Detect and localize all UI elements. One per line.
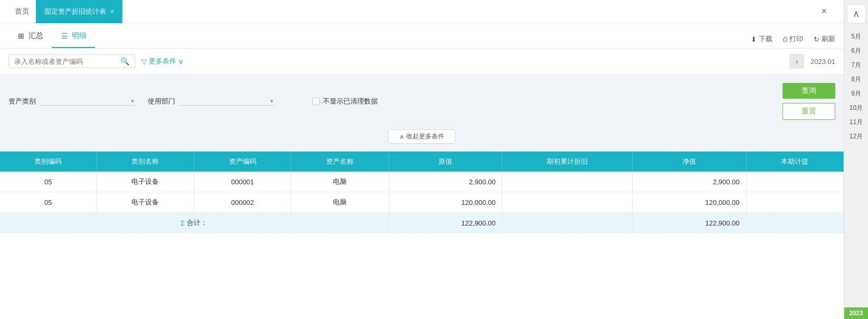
filter-row: 资产类别 ▼ 使用部门 ▼ 不显示已清理数据 查询 重置 bbox=[8, 83, 835, 120]
search-bar: 🔍 ▽ 更多条件 ∨ › 2023.01 bbox=[0, 49, 844, 74]
search-input-wrap[interactable]: 🔍 bbox=[8, 54, 135, 68]
download-icon: ⬇ bbox=[751, 35, 757, 43]
print-icon: ⎙ bbox=[783, 35, 787, 43]
download-btn[interactable]: ⬇ 下载 bbox=[751, 34, 772, 44]
nav-home[interactable]: 首页 bbox=[8, 0, 36, 23]
department-arrow: ▼ bbox=[269, 98, 274, 104]
expand-arrow-btn[interactable]: › bbox=[789, 54, 804, 69]
more-conditions-btn[interactable]: ▽ 更多条件 ∨ bbox=[141, 57, 184, 66]
collapse-label: 收起更多条件 bbox=[406, 132, 444, 141]
sidebar-month-item[interactable]: 9月 bbox=[844, 87, 868, 101]
asset-category-label: 资产类别 bbox=[8, 97, 36, 106]
table-cell: 000001 bbox=[194, 172, 291, 192]
col-category-code: 类别编码 bbox=[0, 152, 97, 172]
table-cell bbox=[746, 192, 843, 213]
more-conditions-label: 更多条件 bbox=[149, 57, 176, 66]
table-cell bbox=[746, 172, 843, 192]
tab-summary-label: 汇总 bbox=[28, 31, 43, 41]
refresh-label: 刷新 bbox=[822, 34, 835, 44]
tab-label: 固定资产折旧统计表 bbox=[44, 7, 106, 16]
tab-close-icon[interactable]: × bbox=[110, 8, 114, 15]
reset-button[interactable]: 重置 bbox=[783, 103, 835, 120]
date-label: 2023.01 bbox=[810, 58, 835, 65]
toolbar-right: ⬇ 下载 ⎙ 打印 ↻ 刷新 bbox=[751, 34, 835, 48]
col-net-value: 净值 bbox=[632, 152, 746, 172]
total-cell bbox=[502, 213, 633, 233]
hide-cleared-checkbox[interactable] bbox=[312, 98, 320, 105]
sidebar-month-item[interactable]: 6月 bbox=[844, 44, 868, 58]
query-button[interactable]: 查询 bbox=[783, 83, 835, 99]
table-cell: 05 bbox=[0, 172, 97, 192]
total-cell bbox=[746, 213, 843, 233]
table-cell: 电子设备 bbox=[97, 172, 194, 192]
sum-icon: Σ bbox=[180, 219, 185, 227]
table-header-row: 类别编码 类别名称 资产编码 资产名称 原值 期初累计折旧 净值 本期计提 bbox=[0, 152, 844, 172]
col-asset-code: 资产编码 bbox=[194, 152, 291, 172]
table-total-row: Σ合计：122,900.00122,900.00 bbox=[0, 213, 844, 233]
department-select[interactable]: ▼ bbox=[179, 97, 274, 106]
sidebar-month-item[interactable]: 12月 bbox=[844, 129, 868, 144]
year-badge: 2023 bbox=[844, 307, 868, 319]
print-btn[interactable]: ⎙ 打印 bbox=[783, 34, 803, 44]
total-cell: 122,900.00 bbox=[632, 213, 746, 233]
sidebar-month-item[interactable]: 7月 bbox=[844, 58, 868, 72]
tab-detail-label: 明细 bbox=[72, 31, 87, 41]
data-table: 类别编码 类别名称 资产编码 资产名称 原值 期初累计折旧 净值 本期计提 05… bbox=[0, 152, 844, 233]
table-cell bbox=[502, 192, 633, 213]
total-cell: 122,900.00 bbox=[388, 213, 502, 233]
asset-category-arrow: ▼ bbox=[130, 98, 135, 104]
chevron-down-icon: ∨ bbox=[178, 58, 184, 65]
download-label: 下载 bbox=[759, 34, 772, 44]
table-cell: 120,000.00 bbox=[388, 192, 502, 213]
window-close-icon[interactable]: × bbox=[813, 6, 835, 17]
table-row: 05电子设备000002电脑120,000.00120,000.00 bbox=[0, 192, 844, 213]
list-icon: ☰ bbox=[60, 32, 69, 40]
table-wrap: 类别编码 类别名称 资产编码 资产名称 原值 期初累计折旧 净值 本期计提 05… bbox=[0, 152, 844, 319]
table-cell: 2,900.00 bbox=[632, 172, 746, 192]
search-input[interactable] bbox=[14, 58, 120, 65]
total-label-cell: Σ合计： bbox=[0, 213, 388, 233]
asset-category-select[interactable]: ▼ bbox=[40, 97, 135, 106]
col-accumulated-depreciation: 期初累计折旧 bbox=[502, 152, 633, 172]
sidebar-nav-up[interactable]: ∧ bbox=[847, 4, 866, 23]
refresh-btn[interactable]: ↻ 刷新 bbox=[814, 34, 835, 44]
filter-area: 资产类别 ▼ 使用部门 ▼ 不显示已清理数据 查询 重置 bbox=[0, 74, 844, 152]
layers-icon: ⊞ bbox=[17, 32, 25, 40]
search-icon[interactable]: 🔍 bbox=[120, 57, 129, 65]
collapse-btn[interactable]: ∧ 收起更多条件 bbox=[388, 129, 455, 144]
filter-icon: ▽ bbox=[141, 58, 147, 65]
table-cell: 电子设备 bbox=[97, 192, 194, 213]
table-cell: 电脑 bbox=[291, 172, 388, 192]
top-nav: 首页 固定资产折旧统计表 × × bbox=[0, 0, 844, 23]
filter-asset-category: 资产类别 ▼ bbox=[8, 97, 135, 106]
table-cell: 000002 bbox=[194, 192, 291, 213]
right-sidebar: ∧ 5月6月7月8月9月10月11月12月 2023 bbox=[844, 0, 868, 319]
table-cell: 2,900.00 bbox=[388, 172, 502, 192]
table-cell: 05 bbox=[0, 192, 97, 213]
col-asset-name: 资产名称 bbox=[291, 152, 388, 172]
hide-cleared-wrap: 不显示已清理数据 bbox=[312, 97, 378, 106]
col-current-provision: 本期计提 bbox=[746, 152, 843, 172]
sidebar-month-item[interactable]: 11月 bbox=[844, 115, 868, 129]
collapse-bar: ∧ 收起更多条件 bbox=[8, 126, 835, 147]
refresh-icon: ↻ bbox=[814, 35, 819, 43]
sidebar-month-item[interactable]: 5月 bbox=[844, 30, 868, 44]
table-cell bbox=[502, 172, 633, 192]
tab-summary[interactable]: ⊞ 汇总 bbox=[8, 25, 52, 48]
col-original-value: 原值 bbox=[388, 152, 502, 172]
filter-department: 使用部门 ▼ bbox=[148, 97, 274, 106]
table-row: 05电子设备000001电脑2,900.002,900.00 bbox=[0, 172, 844, 192]
sidebar-month-item[interactable]: 10月 bbox=[844, 101, 868, 115]
nav-tab-depreciation[interactable]: 固定资产折旧统计表 × bbox=[36, 0, 122, 23]
month-list: 5月6月7月8月9月10月11月12月 bbox=[844, 30, 868, 144]
hide-cleared-label: 不显示已清理数据 bbox=[323, 97, 378, 106]
print-label: 打印 bbox=[789, 34, 803, 44]
sidebar-month-item[interactable]: 8月 bbox=[844, 72, 868, 87]
sub-tabs: ⊞ 汇总 ☰ 明细 ⬇ 下载 ⎙ 打印 ↻ 刷新 bbox=[0, 23, 844, 49]
table-cell: 120,000.00 bbox=[632, 192, 746, 213]
chevron-up-icon: ∧ bbox=[399, 133, 404, 140]
tab-detail[interactable]: ☰ 明细 bbox=[52, 25, 95, 48]
table-cell: 电脑 bbox=[291, 192, 388, 213]
department-label: 使用部门 bbox=[148, 97, 175, 106]
total-label-text: 合计： bbox=[187, 218, 207, 228]
